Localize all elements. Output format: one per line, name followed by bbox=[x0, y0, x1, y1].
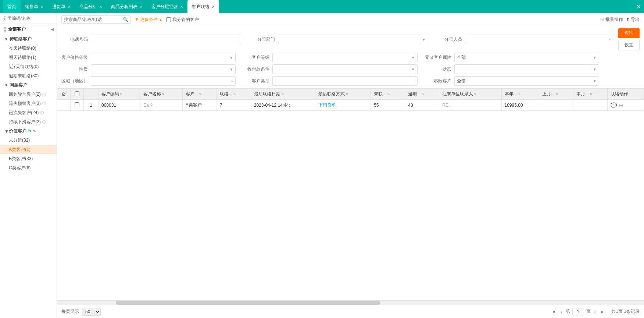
row-last-contact-method[interactable]: 下销货单 bbox=[318, 102, 336, 107]
tab-purchase[interactable]: 进货单 ✕ bbox=[48, 0, 75, 13]
tab-product-analysis-list-close[interactable]: ✕ bbox=[140, 5, 143, 9]
tab-sales[interactable]: 销售单 ✕ bbox=[21, 0, 48, 13]
settings-button[interactable]: 设置 bbox=[618, 40, 640, 50]
pending-contact-group[interactable]: ▼ 待联络客户 bbox=[0, 35, 57, 44]
col-this-month[interactable]: 本月... ⇅ bbox=[573, 89, 607, 100]
tab-customer-contact[interactable]: 客户联络 ✕ bbox=[187, 0, 219, 13]
col-no-contact-sort-icon[interactable]: ⇅ bbox=[387, 92, 390, 96]
qrcode-icon[interactable]: ⊞ bbox=[619, 102, 623, 108]
col-last-contact-method-sort-icon[interactable]: ⇅ bbox=[346, 92, 348, 96]
nature-select[interactable]: ▼ bbox=[91, 64, 236, 74]
page-size-select[interactable]: 50 100 200 bbox=[82, 308, 101, 316]
sidebar-item-today-contact[interactable]: 今天待联络(0) bbox=[0, 44, 57, 53]
sidebar-item-class-a[interactable]: A类客户(1) bbox=[0, 145, 57, 154]
filter-search-input[interactable] bbox=[64, 17, 123, 22]
row-overdue-cell: 48 bbox=[405, 100, 439, 111]
tab-product-analysis-close[interactable]: ✕ bbox=[99, 5, 102, 9]
price-level-select[interactable]: ▼ bbox=[91, 53, 236, 62]
region-select[interactable]: ··· bbox=[91, 76, 236, 86]
retail-attr-select[interactable]: 全部 ▼ bbox=[454, 53, 599, 62]
phone-text-input[interactable] bbox=[93, 37, 239, 42]
tab-customer-contact-close[interactable]: ✕ bbox=[212, 5, 215, 9]
col-customer-type[interactable]: 客户... ⇅ bbox=[182, 89, 217, 100]
horizontal-scrollbar[interactable] bbox=[57, 300, 644, 305]
col-customer-type-sort-icon[interactable]: ⇅ bbox=[199, 92, 202, 96]
customer-type-select[interactable] bbox=[272, 76, 417, 86]
col-overdue-sort-icon[interactable]: ⇅ bbox=[421, 92, 424, 96]
sidebar-item-churn-warning[interactable]: 流失预警客户(3) ⓘ bbox=[0, 99, 57, 108]
phone-label: 电话号码 bbox=[61, 36, 91, 43]
col-unit-contact-sort-icon[interactable]: ⇅ bbox=[474, 92, 477, 96]
tab-product-analysis[interactable]: 商品分析 ✕ bbox=[75, 0, 107, 13]
person-select[interactable]: ··· bbox=[465, 35, 615, 44]
sidebar-item-churned[interactable]: 已流失客户(24) ⓘ bbox=[0, 108, 57, 117]
col-overdue[interactable]: 逾期... ⇅ bbox=[405, 89, 439, 100]
sidebar-item-7day-contact[interactable]: 近7天待联络(0) bbox=[0, 62, 57, 71]
tab-home[interactable]: 首页 bbox=[3, 0, 21, 13]
col-name-sort-icon[interactable]: ⇅ bbox=[162, 92, 165, 96]
col-name[interactable]: 客户名称 ⇅ bbox=[140, 89, 182, 100]
window-close-icon[interactable]: ✕ bbox=[636, 3, 641, 10]
col-this-month-sort-icon[interactable]: ⇅ bbox=[590, 92, 593, 96]
problem-customers-group[interactable]: ▼ 问题客户 bbox=[0, 81, 57, 90]
filter-search-icon[interactable]: 🔍 bbox=[123, 17, 128, 22]
first-page-btn[interactable]: « bbox=[551, 308, 557, 315]
sidebar-item-ungrouped[interactable]: 未分组(32) bbox=[0, 136, 57, 145]
col-code[interactable]: 客户编码 ⇅ bbox=[99, 89, 140, 100]
col-settings[interactable]: ⚙ bbox=[57, 89, 71, 100]
batch-ops-label: 批量操作 bbox=[605, 17, 623, 23]
col-this-year-sort-icon[interactable]: ⇅ bbox=[518, 92, 521, 96]
sidebar-item-overdue-contact[interactable]: 逾期未联络(30) bbox=[0, 71, 57, 81]
next-page-btn[interactable]: › bbox=[593, 308, 597, 315]
region-dots-icon[interactable]: ··· bbox=[229, 78, 233, 84]
last-page-btn[interactable]: » bbox=[600, 308, 605, 315]
col-last-contact-date-sort-icon[interactable]: ⇅ bbox=[281, 92, 284, 96]
prev-page-btn[interactable]: ‹ bbox=[559, 308, 564, 315]
dept-select[interactable]: ▼ bbox=[278, 35, 428, 44]
col-last-month-sort-icon[interactable]: ⇅ bbox=[555, 92, 558, 96]
tab-sales-close[interactable]: ✕ bbox=[40, 5, 43, 9]
value-customers-group[interactable]: ▼ 价值客户 ↻ ✎ bbox=[0, 127, 57, 136]
sidebar-all-customers-header[interactable]: ⣿ 全部客户 ◀ bbox=[0, 24, 57, 35]
tab-customer-segment[interactable]: 客户分层经营 ✕ bbox=[147, 0, 187, 13]
sidebar-item-class-c[interactable]: C类客户(6) bbox=[0, 163, 57, 173]
phone-input[interactable] bbox=[91, 35, 241, 44]
person-dots-icon[interactable]: ··· bbox=[609, 37, 613, 42]
select-all-checkbox[interactable] bbox=[75, 91, 79, 96]
value-edit-icon[interactable]: ✎ bbox=[33, 129, 36, 134]
sidebar-collapse-icon[interactable]: ◀ bbox=[51, 27, 54, 31]
col-contact-sort-icon[interactable]: ⇅ bbox=[233, 92, 236, 96]
chat-icon[interactable]: 💬 bbox=[611, 102, 617, 108]
sidebar-item-repurchase-abnormal[interactable]: 回购异常客户(2) ⓘ bbox=[0, 90, 57, 99]
col-last-contact-method[interactable]: 最后联络方式 ⇅ bbox=[315, 89, 371, 100]
col-contact[interactable]: 联络... ⇅ bbox=[217, 89, 251, 100]
sidebar-item-class-b[interactable]: B类客户(33) bbox=[0, 154, 57, 163]
customer-level-select[interactable]: ▼ bbox=[272, 53, 417, 62]
sidebar-search-input[interactable] bbox=[3, 16, 57, 21]
value-refresh-icon[interactable]: ↻ bbox=[28, 129, 31, 134]
export-btn[interactable]: ⬆ 导出 bbox=[626, 17, 640, 23]
col-code-sort-icon[interactable]: ⇅ bbox=[120, 92, 123, 96]
retail-customer-select[interactable]: 全部 ▼ bbox=[454, 76, 599, 86]
tab-customer-segment-close[interactable]: ✕ bbox=[180, 5, 183, 9]
col-this-year[interactable]: 本年... ⇅ bbox=[501, 89, 539, 100]
scrollbar-thumb[interactable] bbox=[116, 301, 380, 305]
more-filters-btn[interactable]: ▼ 更多条件 ▲ bbox=[135, 17, 162, 23]
col-last-month[interactable]: 上月... ⇅ bbox=[539, 89, 573, 100]
sidebar-item-tomorrow-contact[interactable]: 明天待联络(1) bbox=[0, 53, 57, 62]
my-customers-checkbox[interactable] bbox=[166, 17, 171, 22]
col-no-contact[interactable]: 未联... ⇅ bbox=[371, 89, 405, 100]
row-checkbox[interactable] bbox=[75, 102, 79, 107]
batch-ops-btn[interactable]: ☑ 批量操作 bbox=[600, 17, 623, 23]
page-input[interactable] bbox=[572, 308, 584, 315]
payment-select[interactable]: ▼ bbox=[272, 64, 417, 74]
query-button[interactable]: 查询 bbox=[618, 28, 640, 38]
table-settings-icon[interactable]: ⚙ bbox=[61, 91, 66, 97]
col-unit-contact[interactable]: 往来单位联系人 ⇅ bbox=[439, 89, 501, 100]
tab-product-analysis-list[interactable]: 商品分析列表 ✕ bbox=[107, 0, 147, 13]
sidebar-item-declining[interactable]: 持续下滑客户(2) ⓘ bbox=[0, 117, 57, 127]
tab-purchase-close[interactable]: ✕ bbox=[68, 5, 71, 9]
col-last-contact-date[interactable]: 最后联络日期 ⇅ bbox=[251, 89, 315, 100]
row-name-cell: Ea ? bbox=[140, 100, 182, 111]
status-select[interactable]: ▼ bbox=[454, 64, 599, 74]
